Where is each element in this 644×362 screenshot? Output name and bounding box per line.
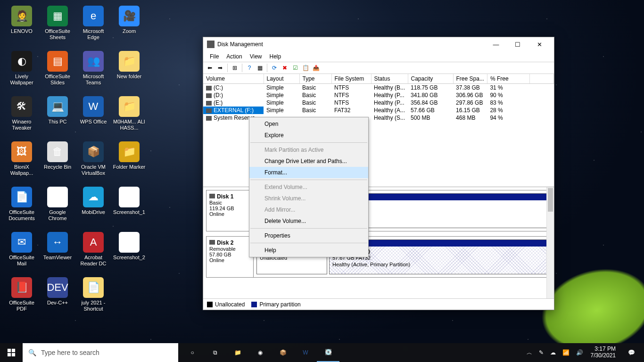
desktop-icon[interactable]: 🗑Recycle Bin	[40, 140, 75, 185]
back-icon[interactable]: ⬅	[205, 63, 215, 73]
desktop-icon[interactable]: ◐Lively Wallpaper	[4, 49, 40, 94]
menu-help[interactable]: Help	[266, 52, 285, 61]
minimize-button[interactable]: —	[485, 37, 507, 51]
icon-label: OfficeSuite PDF	[5, 300, 39, 312]
icon-label: Acrobat Reader DC	[76, 255, 110, 266]
desktop-icon[interactable]: 📄july 2021 - Shortcut	[75, 275, 111, 321]
menu-item[interactable]: Format...	[249, 167, 368, 178]
column-header[interactable]: Layout	[264, 74, 299, 84]
icon-label: Microsoft Teams	[76, 74, 110, 85]
desktop-icon[interactable]: DEVDev-C++	[40, 275, 75, 321]
column-header[interactable]: Capacity	[408, 74, 453, 84]
taskbar: 🔍 Type here to search ○ ⧉ 📁 ◉ 📦 W 💽 ︿ ✎ …	[0, 343, 644, 362]
desktop-icon[interactable]: 📁New folder	[111, 49, 147, 94]
volume-row[interactable]: EXTERNAL (F:)SimpleBasicFAT32Healthy (A.…	[203, 107, 554, 114]
column-header[interactable]: Status	[371, 74, 408, 84]
desktop-icon[interactable]: 🤵LENOVO	[4, 4, 40, 49]
disk-header: Disk 2Removable57.80 GBOnline	[206, 237, 254, 277]
desktop-icon[interactable]: 🖼Screenshot_1	[111, 185, 147, 230]
desktop-icon[interactable]: 🛠Winaero Tweaker	[4, 94, 40, 140]
column-header[interactable]: Type	[299, 74, 331, 84]
column-header[interactable]: % Free	[487, 74, 529, 84]
volume-row[interactable]: (E:)SimpleBasicNTFSHealthy (P...356.84 G…	[203, 99, 554, 107]
clock-time: 3:17 PM	[591, 346, 616, 353]
action-center-icon[interactable]: 💬	[620, 343, 642, 362]
explorer-icon[interactable]: 📁	[226, 343, 249, 362]
icon-label: OfficeSuite Mail	[5, 255, 39, 266]
menu-item[interactable]: Help	[249, 245, 368, 256]
show-hide-icon[interactable]: ⊞	[230, 63, 239, 73]
desktop-icon[interactable]: 🖼Screenshot_2	[111, 230, 147, 275]
app-icon: ▦	[47, 6, 68, 26]
refresh-icon[interactable]: ⟳	[270, 63, 279, 73]
desktop-icon[interactable]: ▦OfficeSuite Sheets	[40, 4, 75, 49]
column-header[interactable]: File System	[331, 74, 371, 84]
tray-wifi-icon[interactable]: 📶	[560, 343, 572, 362]
system-tray: ︿ ✎ ☁ 📶 🔊 3:17 PM 7/30/2021 💬	[524, 343, 644, 362]
desktop-icon[interactable]: 👥Microsoft Teams	[75, 49, 111, 94]
action-icon[interactable]: 📤	[311, 63, 321, 73]
column-header[interactable]: Volume	[203, 74, 264, 84]
column-header[interactable]: Free Spa...	[453, 74, 487, 84]
chrome-taskbar-icon[interactable]: ◉	[249, 343, 272, 362]
menu-action[interactable]: Action	[223, 52, 246, 61]
desktop-icon[interactable]: ✉OfficeSuite Mail	[4, 230, 40, 275]
tray-volume-icon[interactable]: 🔊	[573, 343, 586, 362]
desktop-icon[interactable]: ◉Google Chrome	[40, 185, 75, 230]
menu-view[interactable]: View	[246, 52, 266, 61]
desktop-icon[interactable]: 📁M0HAM... ALI HASS...	[111, 94, 147, 140]
titlebar[interactable]: Disk Management — ☐ ✕	[203, 37, 554, 51]
maximize-button[interactable]: ☐	[507, 37, 528, 51]
app-icon: 🛠	[11, 96, 32, 117]
legend-unallocated: Unallocated	[215, 301, 245, 308]
help-icon[interactable]: ?	[245, 63, 254, 73]
icon-label: july 2021 - Shortcut	[76, 300, 110, 312]
icon-label: M0HAM... ALI HASS...	[112, 119, 146, 131]
volume-row[interactable]: (D:)SimpleBasicNTFSHealthy (P...341.80 G…	[203, 91, 554, 99]
desktop-icon[interactable]: AAcrobat Reader DC	[75, 230, 111, 275]
menu-item[interactable]: Explore	[249, 130, 368, 141]
delete-icon[interactable]: ✖	[280, 63, 289, 73]
menu-item[interactable]: Open	[249, 118, 368, 130]
app-icon: 📁	[119, 96, 140, 117]
column-header[interactable]	[529, 74, 553, 84]
settings-icon[interactable]: ▦	[255, 63, 264, 73]
menu-item[interactable]: Properties	[249, 230, 368, 241]
word-taskbar-icon[interactable]: W	[294, 343, 317, 362]
icon-label: New folder	[117, 74, 142, 80]
desktop-icon[interactable]: 🖼BioniX Wallpap...	[4, 140, 40, 185]
diskmgmt-taskbar-icon[interactable]: 💽	[317, 343, 339, 362]
desktop-icon[interactable]: 🎥Zoom	[111, 4, 147, 49]
properties-icon[interactable]: 📋	[301, 63, 310, 73]
close-button[interactable]: ✕	[528, 37, 550, 51]
check-icon[interactable]: ☑	[290, 63, 300, 73]
tray-pen-icon[interactable]: ✎	[536, 343, 546, 362]
menu-item[interactable]: Delete Volume...	[249, 215, 368, 227]
volume-row[interactable]: (C:)SimpleBasicNTFSHealthy (B...118.75 G…	[203, 84, 554, 92]
icon-label: Screenshot_2	[113, 255, 145, 261]
desktop-icon[interactable]: 📁Folder Marker	[111, 140, 147, 185]
desktop-icon[interactable]: ▤OfficeSuite Slides	[40, 49, 75, 94]
cortana-icon[interactable]: ○	[181, 343, 204, 362]
svg-rect-0	[8, 349, 11, 352]
forward-icon[interactable]: ➡	[215, 63, 225, 73]
menu-item[interactable]: Change Drive Letter and Paths...	[249, 156, 368, 167]
desktop-icon[interactable]: 📄OfficeSuite Documents	[4, 185, 40, 230]
desktop-icon[interactable]: WWPS Office	[75, 94, 111, 140]
menu-file[interactable]: File	[206, 52, 223, 61]
toolbar: ⬅ ➡ ⊞ ? ▦ ⟳ ✖ ☑ 📋 📤	[203, 62, 554, 74]
desktop-icon[interactable]: ☁MobiDrive	[75, 185, 111, 230]
scrollbar[interactable]	[546, 187, 554, 298]
task-view-icon[interactable]: ⧉	[204, 343, 226, 362]
desktop-icon[interactable]: 💻This PC	[40, 94, 75, 140]
tray-onedrive-icon[interactable]: ☁	[547, 343, 559, 362]
desktop-icon[interactable]: ↔TeamViewer	[40, 230, 75, 275]
desktop-icon[interactable]: eMicrosoft Edge	[75, 4, 111, 49]
search-box[interactable]: 🔍 Type here to search	[23, 343, 178, 362]
desktop-icon[interactable]: 📕OfficeSuite PDF	[4, 275, 40, 321]
desktop-icon[interactable]: 📦Oracle VM VirtualBox	[75, 140, 111, 185]
start-button[interactable]	[0, 343, 23, 362]
clock[interactable]: 3:17 PM 7/30/2021	[587, 346, 619, 359]
tray-overflow-icon[interactable]: ︿	[524, 343, 535, 362]
virtualbox-taskbar-icon[interactable]: 📦	[272, 343, 294, 362]
